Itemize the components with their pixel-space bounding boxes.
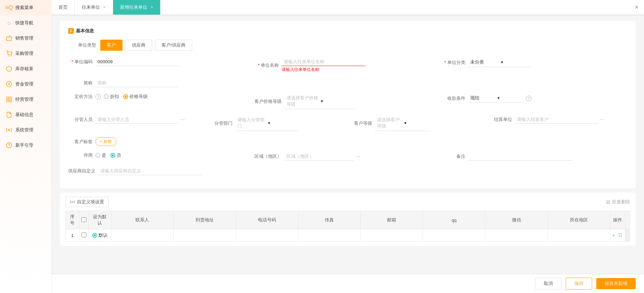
sidebar-label-search: 搜索菜单 <box>15 5 33 11</box>
tab-home-label: 首页 <box>58 4 68 10</box>
row-checkbox[interactable] <box>81 233 86 237</box>
action-icons: + <box>612 233 623 238</box>
sidebar-item-operations[interactable]: 经营管理 <box>0 92 51 107</box>
add-row-icon[interactable]: + <box>612 233 615 238</box>
phone-input[interactable] <box>238 233 296 238</box>
svg-point-10 <box>8 129 10 131</box>
sidebar-item-sales[interactable]: 销售管理 <box>0 31 51 46</box>
svg-point-1 <box>8 56 9 56</box>
settlement-unit-dots[interactable]: ··· <box>598 116 606 123</box>
unit-code-label: 单位编码 <box>68 59 93 65</box>
sidebar-label-purchase: 采购管理 <box>15 50 33 57</box>
add-tag-btn[interactable]: + 标签 <box>95 137 116 146</box>
address-input[interactable] <box>176 233 234 238</box>
disabled-field: 停用 是 否 <box>68 152 254 158</box>
tab-new-partner-close[interactable]: × <box>151 5 153 10</box>
supplier-custom-input[interactable] <box>98 167 203 175</box>
contact-table-section: 自定义项设置 批量删除 序号 设为默认 联系人 到货地址 电话号码 <box>60 193 636 246</box>
cell-email[interactable] <box>361 229 423 242</box>
main-area: 首页 往来单位 × 新增往来单位 × × F 基本信息 单位类型 客户 供应商 <box>52 0 644 293</box>
sidebar-item-quicknav[interactable]: ⌂ 快捷导航 <box>0 15 51 31</box>
save-button[interactable]: 保存 <box>566 278 592 290</box>
basic-info-card: F 基本信息 单位类型 客户 供应商 客户/供应商 单位编码 单位名 <box>60 21 636 188</box>
section-title: F 基本信息 <box>68 28 627 34</box>
manager-input[interactable] <box>95 115 179 124</box>
cell-area[interactable] <box>548 229 610 242</box>
disabled-radio-group: 是 否 <box>95 152 121 158</box>
tab-partner-close[interactable]: × <box>103 5 106 10</box>
guide-icon <box>6 142 13 149</box>
area-input[interactable] <box>550 233 608 238</box>
cell-contact[interactable] <box>111 229 173 242</box>
th-fax: 传真 <box>298 211 361 229</box>
home-icon: ⌂ <box>6 19 13 26</box>
sidebar-item-finance[interactable]: 资金管理 <box>0 76 51 92</box>
batch-delete-btn[interactable]: 批量删除 <box>606 199 630 205</box>
manager-dots[interactable]: ··· <box>179 116 186 123</box>
customer-level-select[interactable]: 请选择客户等级 ▼ <box>375 115 431 131</box>
sidebar-item-purchase[interactable]: 采购管理 <box>0 46 51 61</box>
tab-new-partner[interactable]: 新增往来单位 × <box>113 0 160 15</box>
customer-tag-label: 客户标签 <box>68 139 93 145</box>
pricing-help-icon[interactable]: ? <box>95 94 101 99</box>
cell-qq[interactable] <box>423 229 485 242</box>
department-select[interactable]: 请输入分管部门 ▼ <box>235 115 298 131</box>
batch-delete-label: 批量删除 <box>612 199 630 205</box>
contact-table: 序号 设为默认 联系人 到货地址 电话号码 传真 邮箱 qq 微信 所在地区 操… <box>65 211 630 242</box>
radio-price-level[interactable]: 价格等级 <box>123 93 148 100</box>
payment-terms-select[interactable]: 现结 ▼ <box>468 93 524 103</box>
cancel-button[interactable]: 取消 <box>535 278 561 290</box>
default-radio-circle[interactable] <box>92 233 97 238</box>
pricing-radio-group: 折扣 价格等级 <box>104 93 148 100</box>
section-title-text: 基本信息 <box>76 28 94 34</box>
cell-wechat[interactable] <box>485 229 548 242</box>
remark-input[interactable] <box>468 152 573 161</box>
svg-rect-0 <box>7 37 12 41</box>
cell-default-radio: 默认 <box>91 232 109 238</box>
wechat-input[interactable] <box>487 233 545 238</box>
sidebar-item-search[interactable]: ≡Q 搜索菜单 <box>0 0 51 15</box>
email-input[interactable] <box>363 233 421 238</box>
region-dots[interactable]: ··· <box>354 153 361 160</box>
unit-category-select[interactable]: 未分类 ▼ <box>468 58 531 67</box>
sidebar-item-system[interactable]: 系统管理 <box>0 122 51 138</box>
select-all-checkbox[interactable] <box>81 217 86 222</box>
save-new-button[interactable]: 保存并新增 <box>596 278 636 289</box>
cell-phone[interactable] <box>236 229 298 242</box>
short-name-input[interactable] <box>95 79 179 87</box>
customer-price-level-select[interactable]: 请选择客户价格等级 ▼ <box>284 93 354 109</box>
manager-field: 分管人员 ··· <box>68 115 208 124</box>
delete-row-icon[interactable] <box>618 233 623 238</box>
basic-icon <box>6 111 13 118</box>
cell-address[interactable] <box>173 229 236 242</box>
settlement-unit-field: 结算单位 ··· <box>488 115 628 124</box>
tab-bar: 首页 往来单位 × 新增往来单位 × × <box>52 0 644 15</box>
svg-rect-6 <box>7 97 8 99</box>
unit-name-input[interactable] <box>282 58 365 66</box>
radio-discount[interactable]: 折扣 <box>104 93 119 100</box>
customize-settings-btn[interactable]: 自定义项设置 <box>65 197 109 207</box>
sidebar-item-basic[interactable]: 基础信息 <box>0 107 51 122</box>
cell-fax[interactable] <box>298 229 361 242</box>
remark-field: 备注 <box>441 152 627 161</box>
unit-code-input[interactable] <box>95 58 179 66</box>
qq-input[interactable] <box>425 233 483 238</box>
disabled-label: 停用 <box>68 152 93 158</box>
sidebar-item-inventory[interactable]: 库存核算 <box>0 61 51 76</box>
close-all-tabs[interactable]: × <box>635 4 638 11</box>
btn-supplier[interactable]: 供应商 <box>125 40 152 51</box>
department-label: 分管部门 <box>208 120 233 127</box>
payment-terms-help-icon[interactable]: ? <box>526 96 532 101</box>
radio-yes[interactable]: 是 <box>95 152 106 158</box>
tab-partner[interactable]: 往来单位 × <box>75 0 113 15</box>
sidebar-item-guide[interactable]: 新手引导 <box>0 138 51 153</box>
tab-home[interactable]: 首页 <box>52 0 75 15</box>
btn-customer[interactable]: 客户 <box>100 40 123 51</box>
fax-input[interactable] <box>300 233 358 238</box>
radio-no[interactable]: 否 <box>110 152 121 158</box>
contact-input[interactable] <box>113 233 171 238</box>
sidebar-label-inventory: 库存核算 <box>15 66 33 72</box>
region-input[interactable] <box>284 152 354 161</box>
settlement-unit-input[interactable] <box>515 115 598 124</box>
btn-both[interactable]: 客户/供应商 <box>155 40 192 51</box>
